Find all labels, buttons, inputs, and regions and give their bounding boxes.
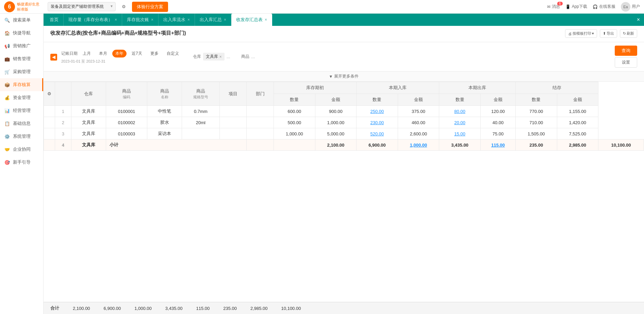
- row-close-qty: 710.00: [515, 117, 557, 128]
- row-out-qty[interactable]: 15.00: [439, 128, 481, 139]
- tab-close-recv-send[interactable]: ×: [265, 17, 267, 22]
- page-title: 收发存汇总表(按仓库+商品编码+商品+规格型号+项目+部门): [50, 30, 186, 36]
- th-close-qty: 数量: [515, 94, 557, 106]
- row-subtotal-label: 小计: [106, 139, 247, 151]
- tab-close-inout-summary[interactable]: ×: [224, 17, 226, 22]
- row-in-amt: 2,600.00: [398, 128, 439, 139]
- tab-home[interactable]: 首页: [45, 14, 64, 26]
- row-close-amt: 7,525.00: [557, 128, 598, 139]
- sidebar-item-inventory[interactable]: 📦库存核算: [0, 78, 43, 91]
- query-button[interactable]: 查询: [615, 46, 637, 56]
- row-out-amt: 120.00: [480, 106, 515, 117]
- tab-close-stock-dist[interactable]: ×: [115, 17, 117, 22]
- settings-small-button[interactable]: 设置: [615, 57, 637, 68]
- sidebar-item-sales[interactable]: 💼销售管理: [0, 52, 43, 65]
- system-title-dropdown[interactable]: 装备及固定资产辅助管理系统 ▾: [48, 2, 116, 11]
- sidebar-item-purchase[interactable]: 🛒采购管理: [0, 65, 43, 78]
- sidebar-item-system[interactable]: ⚙️系统管理: [0, 130, 43, 143]
- tab-inout-summary[interactable]: 出入库汇总×: [195, 14, 231, 26]
- sidebar-item-operations[interactable]: 📊经营管理: [0, 104, 43, 117]
- goods-filter-dots[interactable]: ...: [251, 54, 255, 59]
- sidebar-item-enterprise[interactable]: 🤝企业协同: [0, 143, 43, 156]
- row-close-amt: 10,100.00: [598, 139, 644, 151]
- tab-inout-flow[interactable]: 出入库流水×: [159, 14, 195, 26]
- row-settings[interactable]: [44, 117, 55, 128]
- row-num: 1: [55, 106, 71, 117]
- sidebar-item-marketing[interactable]: 📢营销推广: [0, 39, 43, 52]
- tab-batch[interactable]: 库存批次账×: [122, 14, 159, 26]
- sidebar-item-finance[interactable]: 💰资金管理: [0, 91, 43, 104]
- messages-button[interactable]: ✉ 消息 6: [547, 4, 560, 10]
- row-out-qty[interactable]: 80.00: [439, 106, 481, 117]
- footer-close-amt: 10,100.00: [281, 306, 301, 311]
- purchase-icon: 🛒: [4, 69, 10, 75]
- row-in-amt: 460.00: [398, 117, 439, 128]
- date-btn-this-month[interactable]: 本月: [96, 50, 110, 57]
- date-label: 记账日期: [61, 51, 78, 56]
- expand-conditions-btn[interactable]: ▼ 展开更多条件: [329, 73, 359, 79]
- row-in-qty[interactable]: 230.00: [357, 117, 398, 128]
- row-open-amt: 1,000.00: [315, 117, 357, 128]
- export-button[interactable]: ⬆ 导出: [600, 29, 617, 38]
- warehouse-filter-dots[interactable]: ...: [227, 54, 230, 59]
- warehouse-tag[interactable]: 文具库 ×: [203, 53, 225, 61]
- row-department: [274, 139, 315, 151]
- row-department: [247, 128, 274, 139]
- date-btn-7days[interactable]: 近7天: [129, 50, 145, 57]
- row-settings[interactable]: [44, 106, 55, 117]
- tab-close-inout-flow[interactable]: ×: [187, 17, 190, 22]
- footer-open-qty: 2,100.00: [73, 306, 90, 311]
- tab-recv-send[interactable]: 收发存汇总表×: [231, 14, 272, 26]
- date-btn-custom[interactable]: 自定义: [164, 50, 182, 57]
- row-close-qty: 1,505.00: [515, 128, 557, 139]
- row-in-qty[interactable]: 1,000.00: [398, 139, 439, 151]
- print-template-button[interactable]: 🖨 按模板打印 ▾: [565, 29, 597, 38]
- user-button[interactable]: Ea 用户: [621, 2, 640, 12]
- th-inbound: 本期入库: [357, 82, 439, 94]
- row-close-amt: 1,155.00: [557, 106, 598, 117]
- sidebar-item-guide[interactable]: 🎯新手引导: [0, 156, 43, 169]
- row-warehouse: 文具库: [71, 106, 106, 117]
- sidebar-item-search[interactable]: 🔍搜索菜单: [0, 14, 43, 27]
- row-warehouse: 文具库: [71, 139, 106, 151]
- sidebar-item-quick-nav[interactable]: 🏠快捷导航: [0, 27, 43, 39]
- phone-icon: 📱: [565, 4, 571, 9]
- row-in-qty[interactable]: 520.00: [357, 128, 398, 139]
- enterprise-icon: 🤝: [4, 146, 10, 152]
- sidebar-item-basic-info[interactable]: 📋基础信息: [0, 117, 43, 130]
- tab-stock-dist[interactable]: 现存量（库存分布表）×: [64, 14, 122, 26]
- footer-label: 合计: [50, 305, 59, 311]
- row-out-amt: 235.00: [515, 139, 557, 151]
- th-product-name: 商品名称: [147, 82, 182, 106]
- logo-text: 畅捷通好生意标准版: [17, 2, 39, 12]
- th-department: 部门: [247, 82, 274, 106]
- date-btn-more[interactable]: 更多: [147, 50, 162, 57]
- print-icon: 🖨: [568, 32, 572, 36]
- app-download-button[interactable]: 📱 App下载: [565, 4, 587, 10]
- basic-info-icon: 📋: [4, 120, 10, 127]
- row-num: 2: [55, 117, 71, 128]
- tab-close-batch[interactable]: ×: [151, 17, 153, 22]
- th-close-amt: 金额: [557, 94, 598, 106]
- trial-button[interactable]: 体验行业方案: [132, 2, 168, 12]
- row-open-qty: 500.00: [274, 117, 315, 128]
- th-opening-stock: 库存期初: [274, 82, 357, 94]
- row-open-qty: 2,100.00: [315, 139, 357, 151]
- row-in-qty[interactable]: 250.00: [357, 106, 398, 117]
- row-settings[interactable]: [44, 128, 55, 139]
- row-out-qty[interactable]: 115.00: [480, 139, 515, 151]
- th-settings[interactable]: ⚙: [44, 82, 55, 106]
- warehouse-tag-close[interactable]: ×: [219, 54, 222, 59]
- date-btn-last-month[interactable]: 上月: [80, 50, 94, 57]
- filter-collapse-btn[interactable]: ◀: [50, 54, 57, 61]
- row-settings[interactable]: [44, 139, 55, 151]
- footer-in-amt: 3,435.00: [165, 306, 183, 311]
- row-out-qty[interactable]: 20.00: [439, 117, 481, 128]
- close-all-tabs-button[interactable]: ×: [634, 17, 643, 23]
- refresh-button[interactable]: ↻ 刷新: [620, 29, 637, 38]
- date-range-display: 2023-01-01 至 2023-12-31: [61, 59, 182, 64]
- date-btn-this-year[interactable]: 本年: [112, 50, 127, 57]
- online-support-button[interactable]: 🎧 在线客服: [593, 4, 615, 10]
- settings-icon[interactable]: ⚙: [118, 1, 129, 12]
- goods-filter-label: 商品: [241, 54, 249, 60]
